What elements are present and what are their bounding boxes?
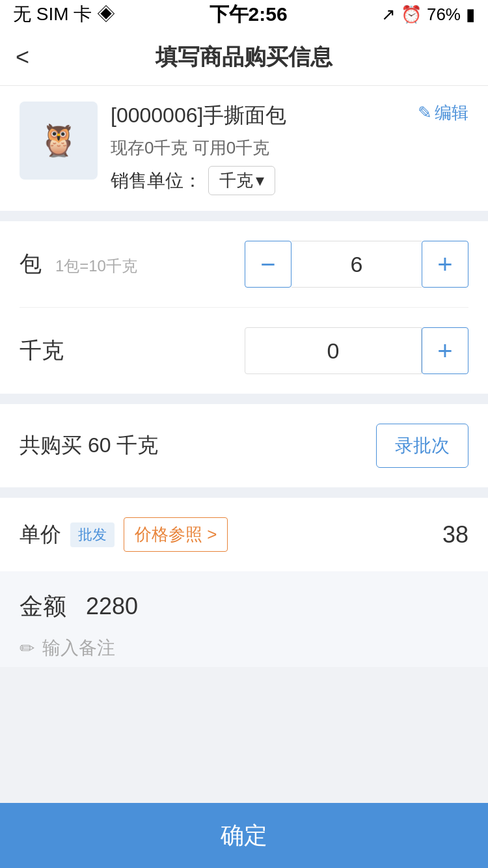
status-bar: 无 SIM 卡 ◈ 下午2:56 ↗ ⏰ 76% ▮ [0, 0, 488, 29]
sim-status: 无 SIM 卡 ◈ [13, 2, 115, 27]
batch-tag: 批发 [70, 522, 115, 547]
package-hint: 1包=10千克 [55, 257, 137, 275]
price-left: 单价 批发 价格参照 > [20, 517, 228, 552]
product-image: 🦉 [20, 102, 98, 180]
product-logo: 🦉 [39, 122, 78, 159]
price-ref-button[interactable]: 价格参照 > [124, 517, 228, 552]
edit-button[interactable]: ✎ 编辑 [418, 102, 468, 124]
battery-status: 76% [427, 5, 461, 25]
unit-value: 千克 [219, 169, 253, 192]
status-left: 无 SIM 卡 ◈ [13, 2, 115, 27]
batch-button[interactable]: 录批次 [376, 424, 468, 468]
divider-1 [0, 211, 488, 221]
kg-increment-button[interactable]: + [422, 327, 468, 374]
chevron-down-icon: ▾ [256, 170, 264, 191]
confirm-button[interactable]: 确定 [0, 803, 488, 868]
product-name: [0000006]手撕面包 [111, 102, 286, 130]
package-qty-input[interactable] [291, 241, 422, 288]
edit-label: 编辑 [435, 102, 468, 124]
note-row[interactable]: ✏ 输入备注 [20, 636, 468, 660]
edit-icon: ✎ [418, 103, 432, 123]
kg-row: 千克 + [20, 308, 468, 394]
product-card: 🦉 [0000006]手撕面包 ✎ 编辑 现存0千克 可用0千克 销售单位： 千… [0, 86, 488, 211]
kg-qty-input[interactable] [245, 327, 422, 374]
amount-row: 金额 2280 [20, 591, 468, 623]
price-label: 单价 [20, 521, 61, 549]
unit-selector[interactable]: 千克 ▾ [208, 166, 275, 195]
summary-text: 共购买 60 千克 [20, 431, 158, 460]
divider-2 [0, 394, 488, 404]
nav-bar: < 填写商品购买信息 [0, 29, 488, 86]
amount-value: 2280 [86, 593, 138, 619]
unit-label: 销售单位： [111, 169, 202, 193]
back-button[interactable]: < [16, 44, 29, 71]
divider-3 [0, 487, 488, 498]
status-right: ↗ ⏰ 76% ▮ [381, 5, 475, 25]
summary-section: 共购买 60 千克 录批次 [0, 404, 488, 487]
amount-label: 金额 [20, 593, 66, 619]
price-value: 38 [442, 521, 468, 549]
package-row: 包 1包=10千克 − + [20, 221, 468, 308]
package-qty-control: − + [245, 241, 468, 288]
location-icon: ↗ [381, 5, 396, 25]
price-section: 单价 批发 价格参照 > 38 [0, 498, 488, 571]
package-decrement-button[interactable]: − [245, 241, 291, 288]
product-stock: 现存0千克 可用0千克 [111, 137, 468, 159]
package-label: 包 [20, 251, 42, 276]
alarm-icon: ⏰ [401, 5, 422, 25]
input-section: 包 1包=10千克 − + 千克 + [0, 221, 488, 394]
package-increment-button[interactable]: + [422, 241, 468, 288]
note-placeholder: 输入备注 [42, 636, 115, 660]
page-title: 填写商品购买信息 [156, 42, 332, 72]
amount-section: 金额 2280 ✏ 输入备注 [0, 571, 488, 667]
kg-label: 千克 [20, 338, 64, 362]
note-icon: ✏ [20, 638, 34, 659]
battery-icon: ▮ [466, 5, 475, 25]
product-info: [0000006]手撕面包 ✎ 编辑 现存0千克 可用0千克 销售单位： 千克 … [111, 102, 468, 195]
kg-qty-control: + [245, 327, 468, 374]
status-time: 下午2:56 [210, 1, 288, 28]
